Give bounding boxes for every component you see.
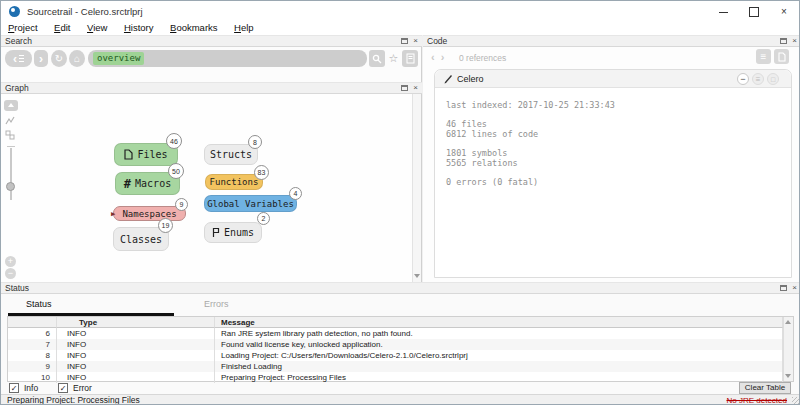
bookmark-star-button[interactable]: ☆ [387,50,400,67]
menu-project[interactable]: Project [1,22,45,35]
node-label: Functions [210,177,259,187]
menu-help[interactable]: Help [227,22,261,35]
history-list-icon [19,55,24,62]
file-view-button[interactable] [774,49,789,64]
bottom-status-bar: Preparing Project: Processing Files No J… [1,394,800,405]
row-message: Found valid license key, unlocked applic… [215,339,783,350]
forward-icon: › [39,52,43,66]
trail-icon [5,116,15,126]
float-panel-icon[interactable] [780,38,787,44]
node-count-badge: 4 [289,187,302,200]
code-panel-header: Code × [423,35,800,47]
error-filter-label: Error [73,383,92,394]
menu-view[interactable]: View [80,22,114,35]
status-log-table: Type Message 6 INFO Ran JRE system libra… [7,316,794,382]
search-input[interactable]: overview [88,50,367,67]
row-type: INFO [57,350,215,361]
chevron-up-icon [8,103,14,107]
file-icon [778,52,786,62]
check-icon: ✓ [11,384,18,393]
node-label: Classes [120,234,162,245]
row-type: INFO [57,339,215,350]
info-filter-checkbox[interactable]: ✓ [9,383,19,393]
refresh-icon: ↻ [55,53,63,64]
close-panel-icon[interactable]: × [792,38,797,44]
node-label: Enums [224,227,254,238]
maximize-button[interactable] [739,1,769,22]
code-line: 6812 lines of code [446,129,615,139]
reference-nav-arrows[interactable]: ‹› [431,51,450,63]
hash-icon: # [124,177,131,191]
collapse-toolbar-button[interactable] [4,100,18,111]
row-message: Loading Project: C:/Users/fen/Downloads/… [215,350,783,361]
forward-button[interactable]: › [34,50,48,67]
table-row[interactable]: 9 INFO Finished Loading [8,361,783,372]
close-panel-icon[interactable]: × [792,285,797,291]
float-panel-icon[interactable] [780,285,787,291]
table-row[interactable]: 7 INFO Found valid license key, unlocked… [8,339,783,350]
menu-history[interactable]: History [117,22,161,35]
window-title: Sourcetrail - Celero.srctrlprj [27,1,143,22]
custom-trail-button[interactable] [5,116,15,126]
code-snippet-card: Celero − ≡ □ last indexed: 2017-10-25 21… [434,69,792,278]
zoom-in-button[interactable]: + [5,256,16,267]
zoom-slider[interactable] [10,148,12,200]
search-button[interactable] [369,50,385,67]
snippet-mode-button[interactable]: ≡ [752,73,764,85]
close-button[interactable]: × [769,1,799,22]
prev-reference-icon[interactable]: ‹ [431,51,441,63]
code-line [446,139,615,148]
tab-errors[interactable]: Errors [204,296,229,315]
node-count-badge: 8 [248,135,262,149]
error-filter-checkbox[interactable]: ✓ [58,383,68,393]
next-reference-icon[interactable]: › [441,51,451,63]
menu-edit[interactable]: Edit [47,22,77,35]
maximize-snippet-button[interactable]: □ [767,73,779,85]
log-filter-row: ✓ Info ✓ Error Clear Table [1,382,800,394]
minimize-button[interactable] [709,1,739,22]
table-row[interactable]: 6 INFO Ran JRE system library path detec… [8,328,783,339]
graph-panel-header: Graph × [1,82,422,94]
back-button[interactable]: ‹ [5,50,32,67]
code-panel-title: Code [427,36,447,46]
float-panel-icon[interactable] [401,85,408,91]
group-nodes-button[interactable] [5,130,15,140]
code-line: 0 errors (0 fatal) [446,177,615,187]
snippet-card-header[interactable]: Celero − ≡ □ [435,70,791,88]
snippet-view-button[interactable]: ≡ [756,49,771,64]
close-panel-icon[interactable]: × [413,85,418,91]
node-count-badge: 50 [168,163,184,179]
namespace-arrow-icon: ▶ [111,210,115,218]
close-panel-icon[interactable]: × [413,38,418,44]
check-icon: ✓ [60,384,67,393]
graph-vertical-scrollbar[interactable] [412,94,421,282]
search-query-token[interactable]: overview [93,52,144,65]
code-line: last indexed: 2017-10-25 21:33:43 [446,100,615,110]
resize-grip[interactable] [792,397,800,405]
minimize-snippet-button[interactable]: − [737,73,749,85]
refresh-button[interactable]: ↻ [51,50,67,67]
bookmark-list-icon [406,53,415,64]
bookmark-list-button[interactable] [402,50,418,67]
menu-bookmarks[interactable]: Bookmarks [163,22,225,35]
zoom-slider-handle[interactable] [6,182,15,191]
table-row[interactable]: 8 INFO Loading Project: C:/Users/fen/Dow… [8,350,783,361]
home-button[interactable]: ⌂ [69,50,85,67]
jre-error-link[interactable]: No JRE detected [727,395,787,405]
info-filter-label: Info [24,383,38,394]
status-panel-body: Status Errors Type Message 6 INFO Ran JR… [1,294,800,394]
code-line: 46 files [446,119,615,129]
graph-canvas[interactable]: + − Files 46 Structs 8 # Macros 50 Funct… [1,94,422,282]
zoom-out-button[interactable]: − [5,268,16,279]
node-count-badge: 46 [166,133,182,149]
table-vertical-scrollbar[interactable] [783,317,793,381]
graph-node-enums[interactable]: Enums [204,222,262,243]
graph-node-namespaces[interactable]: ▶ Namespaces [113,206,186,221]
code-panel-body: ‹› 0 references ≡ Celero − ≡ □ last inde… [423,47,800,282]
float-panel-icon[interactable] [401,38,408,44]
app-window: Sourcetrail - Celero.srctrlprj × Project… [0,0,800,405]
graph-node-global-variables[interactable]: Global Variables [204,195,297,212]
node-label: Namespaces [122,209,176,219]
sourcetrail-logo-icon [9,6,20,17]
clear-table-button[interactable]: Clear Table [739,382,791,394]
